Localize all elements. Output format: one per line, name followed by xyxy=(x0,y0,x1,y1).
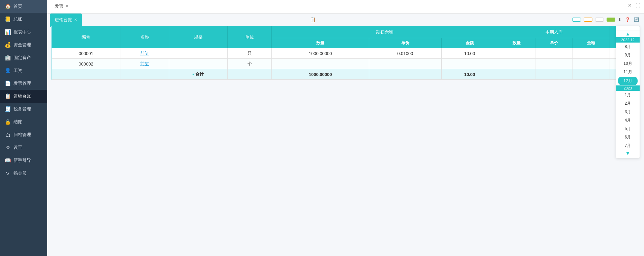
refresh-icon: 🔄 xyxy=(634,17,639,22)
th-规格: 规格 xyxy=(169,26,228,48)
total-icon: ▪ xyxy=(193,72,194,77)
cell-1-9 xyxy=(573,59,610,69)
sidebar-item-fixed-assets[interactable]: 🏢固定资产 xyxy=(0,51,47,64)
sidebar: 🏠首页📒总账📊报表中心💰资金管理🏢固定资产👤工资📄发票管理📋进销台账🧾税务管理🔒… xyxy=(0,0,47,256)
sidebar-label-member: 畅会员 xyxy=(13,170,27,176)
toolbar: ⬇ ❓ 🔄 xyxy=(572,17,640,22)
cell-1-4 xyxy=(272,59,369,69)
sub-th-单价: 单价 xyxy=(369,38,441,48)
sub-th-金额: 金额 xyxy=(573,38,610,48)
sidebar-item-purchase-sales[interactable]: 📋进销台账 xyxy=(0,90,47,103)
month-panel: ▲ 2022.128月9月10月11月12月20231月2月3月4月5月6月7月… xyxy=(616,26,640,158)
help-button[interactable]: ❓ xyxy=(625,17,631,22)
window-controls: ✕ ⛶ xyxy=(627,3,641,8)
cell-1-6 xyxy=(441,59,498,69)
month-item-2022-10月[interactable]: 10月 xyxy=(616,59,640,68)
download-icon: ⬇ xyxy=(618,17,621,22)
sub-th-金额: 金额 xyxy=(441,38,498,48)
sidebar-icon-guide: 📖 xyxy=(5,157,11,163)
table-section: 编号名称规格单位期初余额本期入库数 数量单价金额数量单价金额 000001前缸只… xyxy=(51,26,640,80)
month-item-2023-3月[interactable]: 3月 xyxy=(616,108,640,116)
month-item-2022-12月[interactable]: 12月 xyxy=(618,77,638,85)
sidebar-label-fixed-assets: 固定资产 xyxy=(13,55,31,61)
cell-link-0-1[interactable]: 前缸 xyxy=(140,51,149,56)
month-item-2023-2月[interactable]: 2月 xyxy=(616,99,640,108)
generate-voucher-button[interactable] xyxy=(607,18,615,22)
page-title: 📋 xyxy=(308,17,316,22)
cell-0-6: 10.00 xyxy=(441,48,498,59)
sidebar-item-guide[interactable]: 📖新手引导 xyxy=(0,154,47,167)
month-item-2022-11月[interactable]: 11月 xyxy=(616,68,640,76)
month-nav-down[interactable]: ▼ xyxy=(616,150,640,157)
cell-0-4: 1000.00000 xyxy=(272,48,369,59)
inventory-table: 编号名称规格单位期初余额本期入库数 数量单价金额数量单价金额 000001前缸只… xyxy=(52,26,640,80)
sidebar-icon-home: 🏠 xyxy=(5,3,11,9)
total-row: ▪合计1000.0000010.00 xyxy=(52,69,640,80)
cell-link-1-1[interactable]: 前缸 xyxy=(140,61,149,66)
th-名称: 名称 xyxy=(120,26,169,48)
download-button[interactable]: ⬇ xyxy=(618,17,622,22)
tab-invoice-tab[interactable]: 发票✕ xyxy=(50,0,82,14)
tab-close-invoice-tab[interactable]: ✕ xyxy=(65,4,68,8)
sidebar-item-invoice-mgmt[interactable]: 📄发票管理 xyxy=(0,77,47,90)
sidebar-label-funds: 资金管理 xyxy=(13,42,31,48)
sidebar-icon-reports: 📊 xyxy=(5,29,11,35)
total-cell-1 xyxy=(120,69,169,80)
save-alias-button[interactable] xyxy=(595,18,604,22)
cell-1-7 xyxy=(498,59,535,69)
top-bar: 📋 ⬇ ❓ 🔄 xyxy=(51,17,640,22)
sidebar-item-payroll[interactable]: 👤工资 xyxy=(0,64,47,77)
cell-1-3: 个 xyxy=(228,59,272,69)
total-cell-7 xyxy=(498,69,535,80)
month-item-2023-4月[interactable]: 4月 xyxy=(616,116,640,125)
sidebar-item-tax[interactable]: 🧾税务管理 xyxy=(0,103,47,116)
year-2023-label: 2023 xyxy=(616,85,640,91)
month-item-2023-7月[interactable]: 7月 xyxy=(616,142,640,150)
sidebar-item-home[interactable]: 🏠首页 xyxy=(0,0,47,13)
total-cell-4: 1000.00000 xyxy=(272,69,369,80)
month-item-2023-6月[interactable]: 6月 xyxy=(616,133,640,142)
close-window-button[interactable]: ✕ xyxy=(627,3,633,8)
total-cell-8 xyxy=(535,69,573,80)
refresh-button[interactable]: 🔄 xyxy=(634,17,640,22)
table-row: 000002前缸个 xyxy=(52,59,640,69)
cell-0-3: 只 xyxy=(228,48,272,59)
total-cell-6: 10.00 xyxy=(441,69,498,80)
sidebar-label-reports: 报表中心 xyxy=(13,29,31,35)
sidebar-item-ledger[interactable]: 📒总账 xyxy=(0,13,47,26)
content-area: 📋 ⬇ ❓ 🔄 xyxy=(47,14,644,256)
sidebar-item-reports[interactable]: 📊报表中心 xyxy=(0,26,47,39)
sidebar-label-purchase-sales: 进销台账 xyxy=(13,93,31,99)
month-item-2022-9月[interactable]: 9月 xyxy=(616,51,640,59)
sidebar-item-settings[interactable]: ⚙设置 xyxy=(0,141,47,154)
sidebar-item-close[interactable]: 🔒结账 xyxy=(0,116,47,128)
sub-th-数量: 数量 xyxy=(498,38,535,48)
sidebar-label-settings: 设置 xyxy=(13,145,22,151)
total-cell-3 xyxy=(228,69,272,80)
month-item-2023-5月[interactable]: 5月 xyxy=(616,125,640,133)
sidebar-icon-ledger: 📒 xyxy=(5,16,11,22)
sidebar-item-funds[interactable]: 💰资金管理 xyxy=(0,39,47,51)
cell-0-8 xyxy=(535,48,573,59)
sidebar-icon-tax: 🧾 xyxy=(5,106,11,112)
cell-0-5: 0.01000 xyxy=(369,48,441,59)
main-area: 首页发票✕进销台账✕ ✕ ⛶ 📋 ⬇ xyxy=(47,0,644,256)
cell-1-0: 000002 xyxy=(52,59,120,69)
table-wrapper: 编号名称规格单位期初余额本期入库数 数量单价金额数量单价金额 000001前缸只… xyxy=(51,26,640,80)
sidebar-item-member[interactable]: V畅会员 xyxy=(0,167,47,180)
cell-0-0: 000001 xyxy=(52,48,120,59)
reconcile-button[interactable] xyxy=(572,18,581,22)
sidebar-item-archive[interactable]: 🗂归档管理 xyxy=(0,128,47,141)
sidebar-label-archive: 归档管理 xyxy=(13,132,31,138)
maximize-window-button[interactable]: ⛶ xyxy=(635,3,641,8)
help-icon: ❓ xyxy=(625,17,630,22)
month-nav-up[interactable]: ▲ xyxy=(616,30,640,37)
month-item-2023-1月[interactable]: 1月 xyxy=(616,91,640,99)
th-本期入库: 本期入库 xyxy=(498,26,610,38)
sidebar-label-guide: 新手引导 xyxy=(13,157,31,163)
reopen-button[interactable] xyxy=(584,18,592,22)
th-单位: 单位 xyxy=(228,26,272,48)
month-item-2022-8月[interactable]: 8月 xyxy=(616,43,640,51)
sidebar-icon-payroll: 👤 xyxy=(5,68,11,74)
sidebar-label-tax: 税务管理 xyxy=(13,106,31,112)
